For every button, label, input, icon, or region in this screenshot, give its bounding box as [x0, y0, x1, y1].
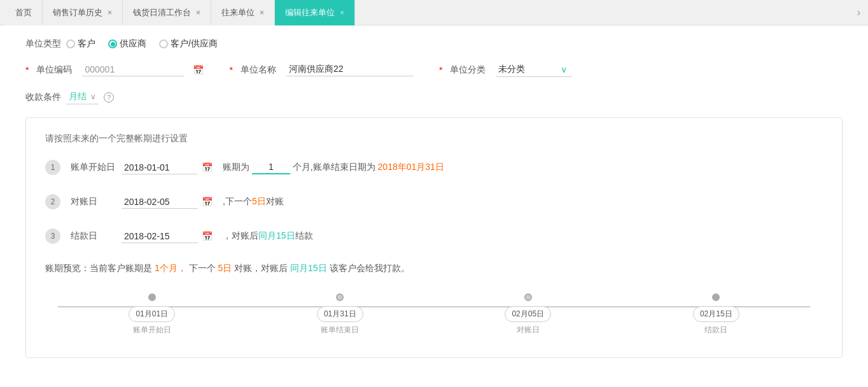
step-2-date-input[interactable] — [122, 195, 198, 209]
radio-customer-label: 客户 — [78, 38, 95, 50]
unit-name-input[interactable] — [286, 63, 414, 76]
period-input[interactable] — [252, 160, 290, 174]
unit-classify-dropdown[interactable]: 未分类 ∨ — [496, 62, 572, 77]
step-2-label: 对账日 — [71, 196, 122, 208]
step-2-highlight: 5日 — [252, 196, 266, 206]
radio-supplier-circle — [108, 39, 117, 48]
tab-cash-workbench-close[interactable]: × — [196, 8, 200, 17]
timeline-dot-3 — [712, 293, 720, 301]
step-1-desc-prefix: 账期为 — [223, 162, 249, 172]
step-1-calendar-icon[interactable]: 📅 — [202, 162, 213, 172]
preview-part2: 下一个 — [189, 263, 216, 273]
radio-supplier-label: 供应商 — [120, 38, 146, 50]
unit-classify-arrow-icon: ∨ — [561, 64, 567, 74]
tab-bar: 首页 销售订单历史 × 钱货日清工作台 × 往来单位 × 编辑往来单位 × › — [0, 0, 868, 25]
tab-sales-history-close[interactable]: × — [108, 8, 112, 17]
timeline-point-3: 02月15日 结款日 — [622, 293, 811, 335]
unit-type-row: 单位类型 客户 供应商 客户/供应商 — [25, 38, 843, 50]
timeline-label-0: 账单开始日 — [133, 325, 171, 335]
timeline-dot-1 — [336, 293, 344, 301]
payment-term-help-icon[interactable]: ? — [104, 92, 114, 102]
timeline-label-1: 账单结束日 — [321, 325, 359, 335]
unit-name-group: * 单位名称 — [229, 63, 413, 76]
step-1-desc-suffix: 个月,账单结束日期为 — [293, 162, 375, 172]
timeline-label-2: 对账日 — [517, 325, 540, 335]
step-3-desc-suffix: 结款 — [295, 230, 313, 241]
step-2-number: 2 — [45, 194, 60, 209]
section-title: 请按照未来的一个完整帐期进行设置 — [45, 133, 823, 144]
unit-info-row: * 单位编码 📅 * 单位名称 * 单位分类 未分类 ∨ — [25, 62, 843, 77]
tab-more-arrow[interactable]: › — [850, 7, 868, 18]
radio-customer-circle — [66, 39, 75, 48]
tab-partner-units-close[interactable]: × — [260, 8, 264, 17]
step-2-row: 2 对账日 📅 ,下一个5日对账 — [45, 194, 823, 209]
preview-part5: 同月15日 — [290, 263, 327, 273]
timeline-badge-0: 01月01日 — [129, 306, 175, 322]
tab-home[interactable]: 首页 — [5, 0, 43, 25]
tab-edit-partner[interactable]: 编辑往来单位 × — [275, 0, 355, 25]
timeline-badge-3: 02月15日 — [693, 306, 739, 322]
preview-text: 账期预览：当前客户账期是 1个月， 下一个 5日 对账，对账后 同月15日 该客… — [45, 263, 823, 274]
unit-classify-value: 未分类 — [498, 64, 561, 75]
timeline-badge-1: 01月31日 — [317, 306, 363, 322]
unit-code-icon[interactable]: 📅 — [193, 65, 204, 75]
timeline-point-0: 01月01日 账单开始日 — [58, 293, 246, 335]
payment-term-row: 收款条件 月结 ∨ ? — [25, 90, 843, 104]
timeline-dot-2 — [524, 293, 532, 301]
unit-code-group: * 单位编码 📅 — [25, 63, 204, 76]
timeline-point-1: 01月31日 账单结束日 — [246, 293, 435, 335]
tab-edit-partner-close[interactable]: × — [340, 8, 344, 17]
radio-supplier[interactable]: 供应商 — [108, 38, 146, 50]
unit-type-label: 单位类型 — [25, 38, 61, 50]
step-1-row: 1 账单开始日 📅 账期为 个月,账单结束日期为 2018年01月31日 — [45, 160, 823, 175]
step-2-desc: ,下一个5日对账 — [223, 196, 284, 208]
step-1-label: 账单开始日 — [71, 162, 122, 173]
step-3-row: 3 结款日 📅 ，对账后同月15日结款 — [45, 229, 823, 244]
payment-term-select[interactable]: 月结 ∨ — [66, 90, 99, 104]
step-1-highlight-date: 2018年01月31日 — [378, 162, 444, 172]
step-3-highlight: 同月15日 — [258, 230, 295, 241]
unit-code-input[interactable] — [82, 63, 184, 76]
step-3-calendar-icon[interactable]: 📅 — [202, 231, 213, 241]
payment-term-value: 月结 — [69, 91, 87, 102]
payment-term-label: 收款条件 — [25, 92, 61, 103]
unit-code-star: * — [25, 65, 29, 75]
payment-term-arrow-icon: ∨ — [90, 92, 96, 101]
step-1-date-input[interactable] — [122, 161, 198, 174]
unit-code-label: 单位编码 — [36, 64, 72, 76]
step-3-date-input[interactable] — [122, 230, 198, 243]
tab-cash-workbench[interactable]: 钱货日清工作台 × — [123, 0, 211, 25]
step-3-desc-prefix: ，对账后 — [223, 230, 258, 241]
unit-type-radio-group: 客户 供应商 客户/供应商 — [66, 38, 218, 50]
timeline-dot-0 — [148, 293, 156, 301]
step-1-desc: 账期为 个月,账单结束日期为 2018年01月31日 — [223, 160, 444, 174]
timeline-badge-2: 02月05日 — [505, 306, 551, 322]
radio-both-label: 客户/供应商 — [171, 38, 218, 50]
unit-classify-label: 单位分类 — [450, 64, 486, 76]
radio-both-circle — [159, 39, 168, 48]
step-3-label: 结款日 — [71, 230, 122, 242]
tab-partner-units[interactable]: 往来单位 × — [211, 0, 275, 25]
timeline-point-2: 02月05日 对账日 — [434, 293, 622, 335]
radio-customer[interactable]: 客户 — [66, 38, 95, 50]
timeline: 01月01日 账单开始日 01月31日 账单结束日 02月05日 对账日 02月… — [45, 287, 823, 342]
step-3-desc: ，对账后同月15日结款 — [223, 230, 313, 242]
unit-classify-group: * 单位分类 未分类 ∨ — [439, 62, 572, 77]
preview-part3: 5日 — [218, 263, 232, 273]
unit-classify-star: * — [439, 65, 442, 75]
step-2-desc-prefix: ,下一个 — [223, 196, 252, 206]
preview-part1: 1个月， — [155, 263, 186, 273]
preview-part4: 对账，对账后 — [234, 263, 288, 273]
radio-both[interactable]: 客户/供应商 — [159, 38, 218, 50]
unit-name-label: 单位名称 — [241, 64, 276, 76]
step-3-number: 3 — [45, 229, 60, 244]
tab-sales-history[interactable]: 销售订单历史 × — [43, 0, 123, 25]
step-2-calendar-icon[interactable]: 📅 — [202, 197, 213, 207]
timeline-label-3: 结款日 — [704, 325, 727, 335]
preview-label: 账期预览：当前客户账期是 — [45, 263, 152, 273]
unit-name-star: * — [229, 65, 232, 75]
step-1-number: 1 — [45, 160, 60, 175]
preview-part6: 该客户会给我打款。 — [330, 263, 410, 273]
period-settings-section: 请按照未来的一个完整帐期进行设置 1 账单开始日 📅 账期为 个月,账单结束日期… — [25, 117, 843, 358]
main-content: 单位类型 客户 供应商 客户/供应商 * 单位编码 📅 * 单位名称 — [0, 25, 868, 387]
